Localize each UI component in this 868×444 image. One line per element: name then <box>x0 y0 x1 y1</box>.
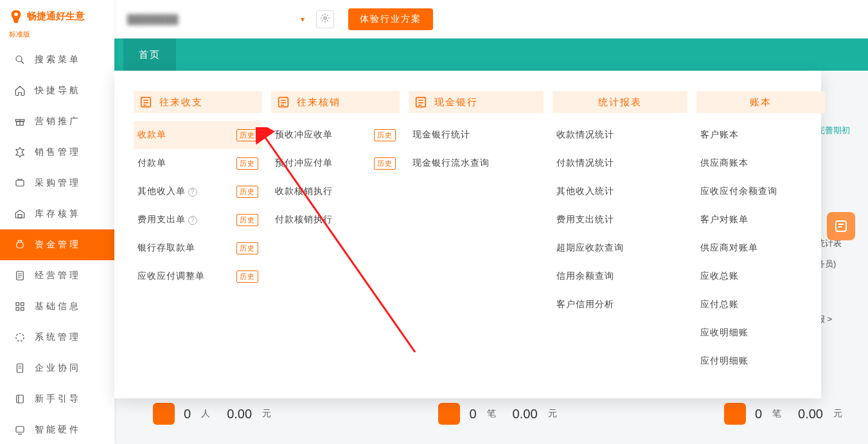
mega-menu-item[interactable]: 应收总账 <box>696 262 825 290</box>
mega-menu-item-label: 供应商账本 <box>700 157 748 169</box>
mega-column-header: 账本 <box>696 91 825 113</box>
sidebar-nav: 搜索菜单 快捷导航 营销推广 销售管理 采购管理 库存核算 资金管理 经营管理 <box>0 44 114 444</box>
mega-menu-item[interactable]: 其他收入统计 <box>553 177 687 206</box>
sidebar-item-quicknav[interactable]: 快捷导航 <box>0 75 114 106</box>
mega-menu-item[interactable]: 预付冲应付单历史 <box>271 149 400 177</box>
mega-menu-item-label: 应收应付余额查询 <box>700 186 777 197</box>
mega-menu-item[interactable]: 客户对账单 <box>696 206 825 234</box>
chevron-down-icon[interactable]: ▾ <box>301 15 305 24</box>
sidebar-item-hardware[interactable]: 智能硬件 <box>0 414 114 444</box>
mega-menu-item[interactable]: 应收应付余额查询 <box>696 177 825 206</box>
mega-menu-item-label: 付款核销执行 <box>275 214 333 226</box>
mega-menu-item[interactable]: 收款情况统计 <box>553 121 687 149</box>
tab-home[interactable]: 首页 <box>123 39 176 71</box>
svg-point-0 <box>14 13 18 17</box>
sidebar-item-label: 采购管理 <box>35 177 81 189</box>
topbar: ████████ ▾ 体验行业方案 <box>114 0 868 39</box>
mega-menu-item[interactable]: 其他收入单?历史 <box>134 177 262 206</box>
sidebar-item-operation[interactable]: 经营管理 <box>0 260 114 291</box>
svg-point-15 <box>324 17 326 19</box>
mega-menu-item[interactable]: 费用支出单?历史 <box>134 206 262 234</box>
sidebar-item-system[interactable]: 系统管理 <box>0 322 114 353</box>
sidebar-item-coop[interactable]: 企业协同 <box>0 353 114 384</box>
mega-menu-item[interactable]: 客户账本 <box>696 121 825 149</box>
sidebar-item-label: 库存核算 <box>35 208 81 220</box>
sidebar-item-label: 基础信息 <box>35 301 81 312</box>
mega-menu-item[interactable]: 现金银行统计 <box>409 121 544 149</box>
mega-menu-item[interactable]: 付款核销执行 <box>271 206 400 234</box>
mega-menu-item[interactable]: 信用余额查询 <box>553 262 687 290</box>
mega-menu-item-label: 其他收入统计 <box>556 186 614 197</box>
history-tag[interactable]: 历史 <box>236 129 258 141</box>
history-tag[interactable]: 历史 <box>236 242 258 254</box>
help-icon[interactable]: ? <box>188 216 197 225</box>
history-tag[interactable]: 历史 <box>374 157 396 170</box>
stat-block: 0人 0.00元 <box>153 403 271 425</box>
svg-rect-5 <box>18 215 22 218</box>
gear-icon <box>320 13 330 25</box>
svg-point-1 <box>16 56 22 62</box>
mega-menu-item[interactable]: 应付明细账 <box>696 347 825 375</box>
mega-menu-item[interactable]: 超期应收款查询 <box>553 234 687 262</box>
sidebar-item-inventory[interactable]: 库存核算 <box>0 199 114 229</box>
stat-value: 0 <box>184 407 191 422</box>
sidebar-item-search[interactable]: 搜索菜单 <box>0 44 114 75</box>
history-tag[interactable]: 历史 <box>236 214 258 226</box>
money-bag-icon <box>14 239 26 251</box>
sidebar: 畅捷通好生意 标准版 搜索菜单 快捷导航 营销推广 销售管理 采购管理 库存核算 <box>0 0 114 444</box>
book-icon <box>14 393 26 405</box>
sidebar-item-label: 快捷导航 <box>35 85 81 96</box>
mega-menu-item[interactable]: 付款情况统计 <box>553 149 687 177</box>
history-tag[interactable]: 历史 <box>236 271 258 283</box>
mega-menu-item-label: 信用余额查询 <box>556 271 614 282</box>
sidebar-item-basic[interactable]: 基础信息 <box>0 291 114 322</box>
tenant-name[interactable]: ████████ <box>127 14 294 24</box>
mega-menu-item-label: 费用支出统计 <box>556 214 614 226</box>
cart-icon <box>14 177 26 189</box>
history-tag[interactable]: 历史 <box>236 157 258 170</box>
mega-menu-item[interactable]: 客户信用分析 <box>553 290 687 319</box>
mega-menu-item[interactable]: 应付总账 <box>696 290 825 319</box>
settings-button[interactable] <box>316 10 334 28</box>
sidebar-item-guide[interactable]: 新手引导 <box>0 384 114 414</box>
sidebar-item-purchase[interactable]: 采购管理 <box>0 168 114 199</box>
mega-menu-item[interactable]: 收款核销执行 <box>271 177 400 206</box>
mega-menu-item[interactable]: 收款单历史 <box>134 121 262 149</box>
mega-column-header: 往来收支 <box>134 91 262 113</box>
mega-menu-item-label: 银行存取款单 <box>137 242 195 254</box>
mega-menu-item[interactable]: 预收冲应收单历史 <box>271 121 400 149</box>
mega-menu-item-label: 应收应付调整单 <box>137 271 205 282</box>
mega-menu-item[interactable]: 费用支出统计 <box>553 206 687 234</box>
brand-name: 畅捷通好生意 <box>27 10 85 22</box>
sidebar-item-label: 营销推广 <box>35 116 81 127</box>
float-shortcut-icon[interactable] <box>827 212 855 240</box>
sidebar-item-finance[interactable]: 资金管理 <box>0 229 114 260</box>
svg-rect-10 <box>21 308 24 311</box>
experience-plan-button[interactable]: 体验行业方案 <box>348 8 433 30</box>
mega-menu-item[interactable]: 应收明细账 <box>696 319 825 347</box>
brand: 畅捷通好生意 <box>0 0 114 32</box>
sidebar-item-sales[interactable]: 销售管理 <box>0 137 114 168</box>
sidebar-item-marketing[interactable]: 营销推广 <box>0 106 114 137</box>
mega-menu-item[interactable]: 现金银行流水查询 <box>409 149 544 177</box>
mega-menu-item[interactable]: 应收应付调整单历史 <box>134 262 262 290</box>
mega-column-title: 统计报表 <box>598 96 642 109</box>
mega-menu-item[interactable]: 银行存取款单历史 <box>134 234 262 262</box>
sidebar-item-label: 资金管理 <box>35 239 81 251</box>
mega-menu-item[interactable]: 供应商对账单 <box>696 234 825 262</box>
sales-icon <box>14 147 26 158</box>
mega-menu-item-label: 应收总账 <box>700 271 739 282</box>
svg-point-11 <box>16 333 24 341</box>
mega-menu-item[interactable]: 供应商账本 <box>696 149 825 177</box>
history-tag[interactable]: 历史 <box>236 186 258 198</box>
mega-column: 现金银行现金银行统计现金银行流水查询 <box>409 91 544 375</box>
history-tag[interactable]: 历史 <box>374 129 396 141</box>
svg-rect-9 <box>16 308 19 311</box>
refresh-icon <box>14 332 26 343</box>
sidebar-item-label: 智能硬件 <box>35 424 81 436</box>
mega-menu-item[interactable]: 付款单历史 <box>134 149 262 177</box>
help-icon[interactable]: ? <box>188 188 197 197</box>
mega-menu-item-label: 现金银行统计 <box>412 129 470 141</box>
stat-amount: 0.00 <box>513 407 538 422</box>
doc-icon <box>139 95 153 109</box>
